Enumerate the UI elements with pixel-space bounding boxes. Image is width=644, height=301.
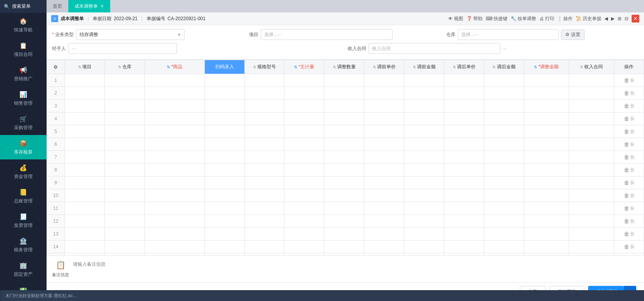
cell-adjust_qty-10[interactable] [324,189,364,202]
cell-before_price-5[interactable] [364,125,404,138]
cell-unit-12[interactable] [284,215,324,228]
cell-project-5[interactable] [65,125,105,138]
cell-after_amount-7[interactable] [484,151,524,164]
help-btn[interactable]: ❓帮助 [466,16,483,22]
cell-adjust_qty-13[interactable] [324,228,364,240]
history-btn[interactable]: 📜历史单据 [576,16,601,22]
cell-after_price-5[interactable] [444,125,484,138]
cell-adjust_amount-4[interactable] [524,112,569,125]
nav-prev-btn[interactable]: ◀ [604,16,608,21]
cell-warehouse-4[interactable] [105,112,145,125]
cell-spec-1[interactable] [244,74,284,87]
project-input[interactable]: 选择... ··· [261,29,393,40]
cell-product-13[interactable] [145,228,204,240]
copy-row-3-icon[interactable]: ⎘ [631,103,634,109]
biz-type-input[interactable]: 结存调整 ▼ [76,29,185,40]
copy-row-10-icon[interactable]: ⎘ [631,192,634,199]
cell-unit-2[interactable] [284,87,324,100]
cell-warehouse-1[interactable] [105,74,145,87]
cell-adjust_amount-7[interactable] [524,151,569,164]
cell-before_amount-2[interactable] [404,87,444,100]
cell-project-6[interactable] [65,138,105,151]
notes-input[interactable] [73,259,639,273]
cell-after_price-9[interactable] [444,176,484,189]
cell-warehouse-13[interactable] [105,228,145,240]
close-form-btn[interactable]: ✕ [632,15,639,22]
cell-income_contract-2[interactable] [569,87,614,100]
cell-income_contract-14[interactable] [569,240,614,253]
sidebar-item-ledger-mgmt[interactable]: 📒 总账管理 [0,184,47,208]
cell-scan-3[interactable] [204,100,244,112]
copy-row-9-icon[interactable]: ⎘ [631,180,634,186]
cell-scan-8[interactable] [204,164,244,176]
cell-before_price-3[interactable] [364,100,404,112]
cell-income_contract-1[interactable] [569,74,614,87]
cell-scan-1[interactable] [204,74,244,87]
cell-before_price-14[interactable] [364,240,404,253]
cell-spec-14[interactable] [244,240,284,253]
cell-adjust_amount-13[interactable] [524,228,569,240]
warehouse-input[interactable]: 选择... ··· [458,29,559,40]
cell-project-10[interactable] [65,189,105,202]
ops-btn[interactable]: ⋮操作 [557,16,573,22]
delete-row-13-icon[interactable]: 🗑 [624,231,629,237]
cell-adjust_amount-2[interactable] [524,87,569,100]
cell-warehouse-12[interactable] [105,215,145,228]
cell-unit-14[interactable] [284,240,324,253]
cell-adjust_qty-14[interactable] [324,240,364,253]
copy-row-13-icon[interactable]: ⎘ [631,231,634,237]
cell-unit-3[interactable] [284,100,324,112]
cell-adjust_qty-2[interactable] [324,87,364,100]
cell-scan-9[interactable] [204,176,244,189]
copy-row-14-icon[interactable]: ⎘ [631,244,634,250]
sidebar-item-sales-promo[interactable]: 📢 营销推广 [0,62,47,86]
cell-warehouse-7[interactable] [105,151,145,164]
copy-row-11-icon[interactable]: ⎘ [631,205,634,211]
cell-before_price-11[interactable] [364,202,404,215]
cell-adjust_qty-11[interactable] [324,202,364,215]
cell-before_price-1[interactable] [364,74,404,87]
cell-product-7[interactable] [145,151,204,164]
cell-scan-11[interactable] [204,202,244,215]
cell-income_contract-8[interactable] [569,164,614,176]
delete-row-1-icon[interactable]: 🗑 [624,77,629,83]
sidebar-item-capital-mgmt[interactable]: 💰 资金管理 [0,159,47,184]
cell-adjust_qty-9[interactable] [324,176,364,189]
cell-spec-3[interactable] [244,100,284,112]
sidebar-item-fixed-assets[interactable]: 🏢 固定资产 [0,257,47,282]
sidebar-search-btn[interactable]: 🔍 搜索菜单 [0,0,47,13]
cell-spec-6[interactable] [244,138,284,151]
cell-income_contract-10[interactable] [569,189,614,202]
cell-before_price-2[interactable] [364,87,404,100]
cell-product-6[interactable] [145,138,204,151]
copy-row-8-icon[interactable]: ⎘ [631,167,634,173]
cell-after_price-2[interactable] [444,87,484,100]
cell-spec-9[interactable] [244,176,284,189]
cell-income_contract-9[interactable] [569,176,614,189]
cell-warehouse-6[interactable] [105,138,145,151]
cell-after_amount-13[interactable] [484,228,524,240]
tab-cost-adjust[interactable]: 成本调整单✕ [68,0,110,12]
cell-income_contract-7[interactable] [569,151,614,164]
cell-scan-2[interactable] [204,87,244,100]
cell-project-2[interactable] [65,87,105,100]
delete-row-3-icon[interactable]: 🗑 [624,103,629,109]
cell-before_price-6[interactable] [364,138,404,151]
copy-row-6-icon[interactable]: ⎘ [631,141,634,147]
tab-home[interactable]: 首页 [47,0,68,12]
delete-row-8-icon[interactable]: 🗑 [624,167,629,173]
delete-row-2-icon[interactable]: 🗑 [624,90,629,96]
cell-unit-5[interactable] [284,125,324,138]
cell-before_price-10[interactable] [364,189,404,202]
cell-after_price-11[interactable] [444,202,484,215]
cell-adjust_amount-1[interactable] [524,74,569,87]
cell-project-11[interactable] [65,202,105,215]
cell-adjust_amount-10[interactable] [524,189,569,202]
cell-after_amount-12[interactable] [484,215,524,228]
cell-after_price-1[interactable] [444,74,484,87]
cell-after_amount-1[interactable] [484,74,524,87]
cell-spec-13[interactable] [244,228,284,240]
cell-scan-5[interactable] [204,125,244,138]
delete-row-12-icon[interactable]: 🗑 [624,218,629,224]
cell-project-1[interactable] [65,74,105,87]
